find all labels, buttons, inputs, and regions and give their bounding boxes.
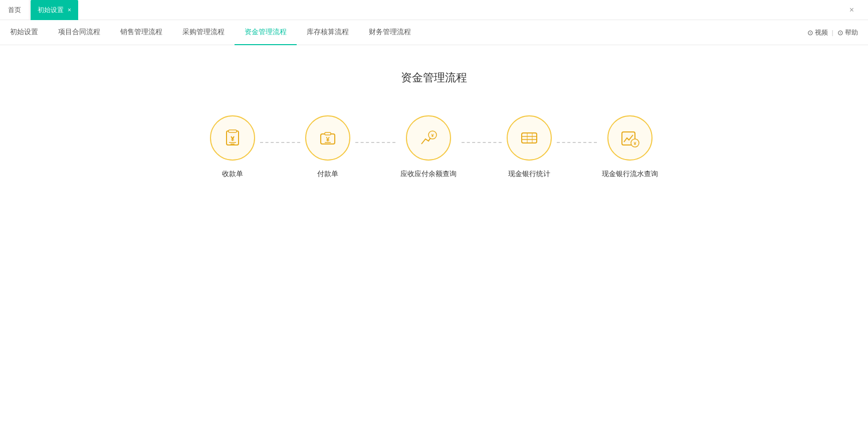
play-circle-icon: ⊙ — [807, 29, 813, 37]
video-help-item[interactable]: ⊙ 视频 — [807, 28, 828, 37]
close-tab-icon[interactable]: × — [68, 7, 71, 14]
nav-right: ⊙ 视频 | ⊙ 帮助 — [807, 28, 858, 37]
flow-label-liushui: 现金银行流水查询 — [602, 170, 658, 179]
top-bar: 首页 初始设置 × × — [0, 0, 868, 20]
active-tab[interactable]: 初始设置 × — [31, 0, 78, 20]
dotted-line-3 — [462, 142, 502, 143]
connector-4 — [557, 142, 597, 152]
svg-rect-6 — [325, 132, 331, 135]
nav-item-zijinguanli[interactable]: 资金管理流程 — [235, 20, 297, 45]
flow-item-yushouyufu[interactable]: ¥ 应收应付余额查询 — [400, 115, 457, 179]
balance-icon: ¥ — [417, 127, 440, 149]
flow-item-fukundan[interactable]: ¥ 付款单 — [305, 115, 350, 179]
flow-circle-yushouyufu: ¥ — [406, 115, 451, 161]
active-tab-label: 初始设置 — [38, 6, 64, 15]
close-window-icon[interactable]: × — [845, 6, 858, 15]
connector-2 — [355, 142, 395, 152]
nav-bar: 初始设置 项目合同流程 销售管理流程 采购管理流程 资金管理流程 库存核算流程 … — [0, 20, 868, 45]
nav-item-chushishezhi[interactable]: 初始设置 — [10, 20, 48, 45]
flow-item-liushui[interactable]: ¥ 现金银行流水查询 — [602, 115, 658, 179]
page-title: 资金管理流程 — [401, 70, 467, 85]
nav-divider: | — [832, 29, 833, 36]
home-tab[interactable]: 首页 — [0, 0, 30, 20]
dotted-line-4 — [557, 142, 597, 143]
connector-3 — [462, 142, 502, 152]
dotted-line-1 — [260, 142, 300, 143]
flow-label-fukundan: 付款单 — [317, 170, 338, 179]
svg-rect-11 — [522, 133, 537, 143]
svg-text:¥: ¥ — [633, 141, 636, 146]
svg-rect-1 — [229, 130, 237, 132]
bank-flow-icon: ¥ — [619, 127, 641, 149]
dotted-line-2 — [355, 142, 395, 143]
help-label: 帮助 — [845, 28, 858, 37]
flow-circle-shoukundan: ¥ — [210, 115, 255, 161]
question-circle-icon: ⊙ — [837, 29, 843, 37]
nav-item-kucunhesuan[interactable]: 库存核算流程 — [297, 20, 359, 45]
svg-text:¥: ¥ — [326, 135, 330, 143]
flow-circle-xianjin — [507, 115, 552, 161]
nav-item-caiwuguanli[interactable]: 财务管理流程 — [359, 20, 421, 45]
flow-row: ¥ 收款单 ¥ — [210, 115, 658, 179]
flow-circle-liushui: ¥ — [607, 115, 653, 161]
bank-stats-icon — [518, 127, 540, 149]
flow-item-shoukundan[interactable]: ¥ 收款单 — [210, 115, 255, 179]
video-label: 视频 — [815, 28, 828, 37]
nav-item-xiangmuhetong[interactable]: 项目合同流程 — [48, 20, 110, 45]
svg-text:¥: ¥ — [431, 133, 433, 138]
main-content: 资金管理流程 ¥ 收款单 — [0, 45, 868, 179]
flow-item-xianjin[interactable]: 现金银行统计 — [507, 115, 552, 179]
nav-item-xiaoshouguanli[interactable]: 销售管理流程 — [110, 20, 172, 45]
connector-1 — [260, 142, 300, 152]
payment-icon: ¥ — [317, 127, 339, 149]
top-right-area: × — [845, 6, 868, 15]
flow-circle-fukundan: ¥ — [305, 115, 350, 161]
flow-label-shoukundan: 收款单 — [222, 170, 243, 179]
flow-label-yushouyufu: 应收应付余额查询 — [400, 170, 457, 179]
nav-item-caigouguanli[interactable]: 采购管理流程 — [172, 20, 235, 45]
receipt-icon: ¥ — [222, 127, 244, 149]
flow-label-xianjin: 现金银行统计 — [508, 170, 550, 179]
help-item[interactable]: ⊙ 帮助 — [837, 28, 858, 37]
